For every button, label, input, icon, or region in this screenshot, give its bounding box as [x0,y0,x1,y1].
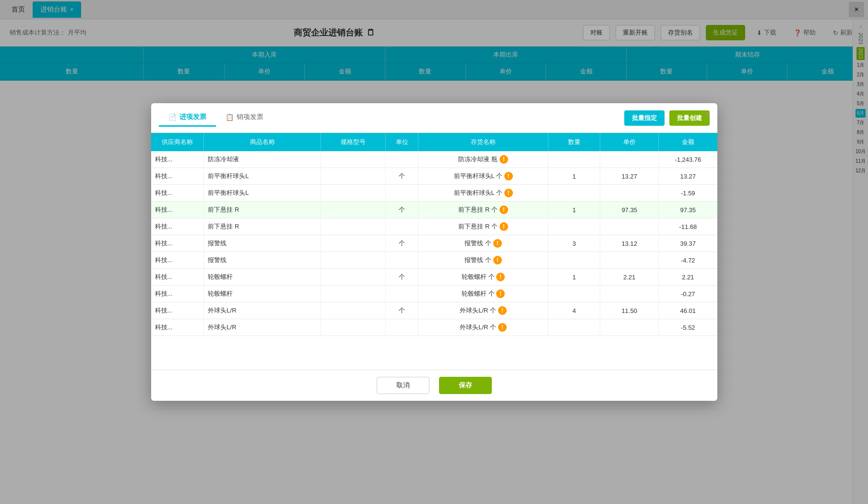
modal-overlay: 📄 进项发票 📋 销项发票 批量指定 批量创建 × [0,0,868,504]
modal-tab-incoming[interactable]: 📄 进项发票 [159,109,216,127]
table-cell [321,319,386,336]
table-cell: 科技... [151,235,204,252]
modal-close-button[interactable]: × [705,110,711,119]
th-stock-name: 存货名称 [418,133,548,151]
table-cell [321,302,386,319]
warning-icon: ! [493,256,502,264]
table-cell: 4 [548,302,600,319]
table-cell [600,151,659,168]
table-cell: 前下悬挂 R [204,218,321,235]
table-row: 科技...前下悬挂 R个前下悬挂 R 个 !197.3597.35 [151,202,717,218]
th-supplier: 供应商名称 [151,133,204,151]
table-cell: 轮毂螺杆 个 ! [418,286,548,302]
modal-table-container[interactable]: 供应商名称 商品名称 规格型号 单位 存货名称 数量 单价 金额 科技...防冻… [151,133,717,370]
table-cell [321,235,386,252]
outgoing-tab-label: 销项发票 [237,113,263,121]
table-cell [386,319,418,336]
table-cell: -1,243.76 [659,151,717,168]
table-cell: 科技... [151,185,204,202]
table-cell [600,319,659,336]
table-cell [321,168,386,185]
table-cell: 前平衡杆球头L [204,185,321,202]
table-cell: 前下悬挂 R 个 ! [418,218,548,235]
table-cell: 个 [386,235,418,252]
modal-dialog: 📄 进项发票 📋 销项发票 批量指定 批量创建 × [151,103,717,401]
table-cell: 外球头L/R [204,319,321,336]
warning-icon: ! [499,155,508,164]
cancel-button[interactable]: 取消 [377,377,429,394]
table-cell [548,286,600,302]
modal-tab-outgoing[interactable]: 📋 销项发票 [216,109,273,127]
table-cell: 46.01 [659,302,717,319]
table-cell: 前下悬挂 R [204,202,321,218]
table-cell: 轮毂螺杆 [204,286,321,302]
table-cell: 39.37 [659,235,717,252]
incoming-tab-label: 进项发票 [179,113,206,121]
table-cell: 外球头L/R 个 ! [418,302,548,319]
table-cell: 个 [386,269,418,286]
table-cell [321,151,386,168]
table-cell [600,252,659,269]
table-cell: 科技... [151,269,204,286]
table-cell [386,218,418,235]
warning-icon: ! [496,289,505,298]
incoming-tab-icon: 📄 [168,113,177,121]
table-cell: 前平衡杆球头L [204,168,321,185]
warning-icon: ! [498,306,507,315]
th-spec: 规格型号 [321,133,386,151]
table-cell: 防冻冷却液 [204,151,321,168]
table-cell: 轮毂螺杆 [204,269,321,286]
table-row: 科技...前下悬挂 R前下悬挂 R 个 !-11.68 [151,218,717,235]
outgoing-tab-icon: 📋 [226,113,234,121]
table-cell: 科技... [151,168,204,185]
table-cell [548,151,600,168]
table-row: 科技...外球头L/R外球头L/R 个 !-5.52 [151,319,717,336]
warning-icon: ! [499,222,508,231]
table-cell [386,252,418,269]
table-cell: 个 [386,202,418,218]
warning-icon: ! [499,205,508,214]
table-cell [386,151,418,168]
table-cell: 科技... [151,286,204,302]
batch-create-button[interactable]: 批量创建 [669,110,710,126]
table-cell: 97.35 [659,202,717,218]
table-cell: 13.27 [659,168,717,185]
table-cell: -0.27 [659,286,717,302]
table-cell: 前下悬挂 R 个 ! [418,202,548,218]
warning-icon: ! [496,273,505,281]
table-cell: 13.12 [600,235,659,252]
table-cell [548,185,600,202]
modal-table: 供应商名称 商品名称 规格型号 单位 存货名称 数量 单价 金额 科技...防冻… [151,133,717,336]
table-cell [600,185,659,202]
table-cell [600,286,659,302]
table-row: 科技...防冻冷却液防冻冷却液 瓶 !-1,243.76 [151,151,717,168]
table-cell: 1 [548,202,600,218]
table-cell [548,252,600,269]
table-cell: 3 [548,235,600,252]
table-cell: 科技... [151,218,204,235]
table-cell: 科技... [151,202,204,218]
batch-assign-button[interactable]: 批量指定 [624,110,665,126]
table-cell: -5.52 [659,319,717,336]
table-cell [386,286,418,302]
th-amount: 金额 [659,133,717,151]
warning-icon: ! [504,172,513,180]
th-unit: 单位 [386,133,418,151]
table-row: 科技...前平衡杆球头L个前平衡杆球头L 个 !113.2713.27 [151,168,717,185]
table-cell [321,202,386,218]
table-row: 科技...报警线报警线 个 !-4.72 [151,252,717,269]
table-cell: 11.50 [600,302,659,319]
table-cell [321,252,386,269]
table-cell: 前平衡杆球头L 个 ! [418,185,548,202]
table-cell [386,185,418,202]
table-cell: 1 [548,168,600,185]
table-row: 科技...外球头L/R个外球头L/R 个 !411.5046.01 [151,302,717,319]
save-button[interactable]: 保存 [439,377,492,394]
th-qty: 数量 [548,133,600,151]
table-cell: 报警线 [204,252,321,269]
table-cell: -11.68 [659,218,717,235]
table-cell [600,218,659,235]
modal-footer: 取消 保存 [151,370,717,401]
th-product: 商品名称 [204,133,321,151]
modal-header-actions: 批量指定 批量创建 [624,110,710,126]
